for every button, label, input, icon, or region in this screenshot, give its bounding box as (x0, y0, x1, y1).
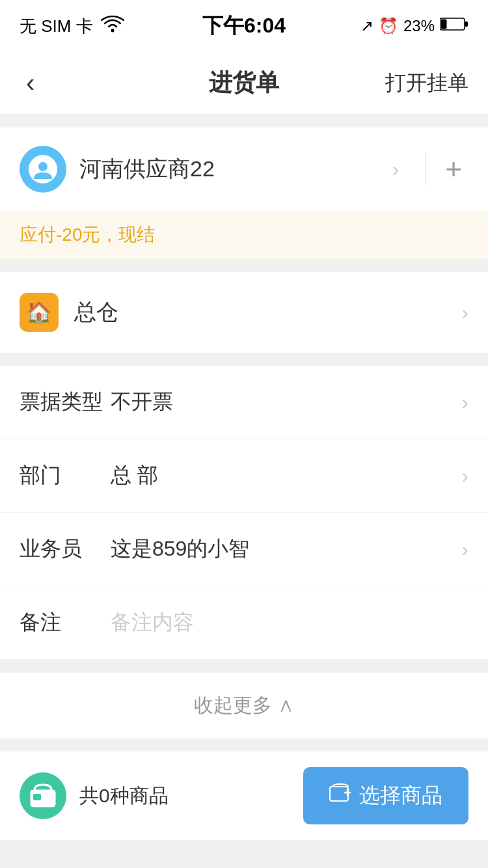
department-chevron-icon: › (461, 464, 468, 488)
salesperson-chevron-icon: › (461, 537, 468, 562)
status-time: 下午6:04 (202, 12, 286, 40)
nav-bar: ‹ 进货单 打开挂单 (0, 52, 488, 115)
top-divider (0, 115, 488, 128)
back-button[interactable]: ‹ (20, 62, 41, 104)
svg-rect-7 (330, 787, 348, 801)
page-title: 进货单 (209, 67, 279, 99)
department-key: 部门 (20, 461, 111, 490)
remark-placeholder: 备注内容 (111, 608, 468, 637)
salesperson-row[interactable]: 业务员 这是859的小智 › (0, 513, 488, 586)
wifi-icon (101, 16, 124, 37)
warehouse-icon-wrap: 🏠 (20, 293, 59, 332)
avatar-inner (29, 155, 57, 183)
department-row[interactable]: 部门 总 部 › (0, 439, 488, 513)
warehouse-chevron-icon: › (461, 301, 468, 325)
svg-point-0 (111, 29, 114, 32)
goods-count: 共0种商品 (79, 783, 303, 809)
vertical-divider (425, 153, 426, 185)
warehouse-section: 🏠 总仓 › (0, 272, 488, 353)
warehouse-label: 总仓 (74, 297, 461, 327)
collapse-label: 收起更多 ∧ (194, 692, 293, 719)
carrier-label: 无 SIM 卡 (20, 15, 93, 38)
supplier-section: 河南供应商22 › + 应付-20元，现结 (0, 128, 488, 259)
alarm-icon: ⏰ (379, 17, 398, 35)
remark-row[interactable]: 备注 备注内容 (0, 586, 488, 659)
battery-icon (440, 17, 468, 35)
ticket-type-value: 不开票 (111, 388, 461, 416)
battery-label: 23% (403, 17, 435, 35)
department-value: 总 部 (111, 461, 461, 490)
svg-rect-3 (441, 20, 447, 29)
status-left: 无 SIM 卡 (20, 15, 124, 38)
ticket-type-chevron-icon: › (461, 390, 468, 414)
location-icon: ↗ (360, 17, 373, 35)
supplier-chevron-icon: › (392, 157, 400, 182)
warehouse-icon: 🏠 (26, 300, 52, 325)
select-goods-button[interactable]: 选择商品 (303, 767, 468, 824)
open-pending-button[interactable]: 打开挂单 (385, 69, 468, 98)
add-supplier-button[interactable]: + (439, 153, 468, 185)
salesperson-key: 业务员 (20, 535, 111, 563)
salesperson-value: 这是859的小智 (111, 535, 461, 563)
svg-rect-6 (33, 794, 41, 800)
remark-key: 备注 (20, 608, 111, 637)
warehouse-row[interactable]: 🏠 总仓 › (0, 272, 488, 353)
select-goods-icon (329, 783, 351, 808)
ticket-type-key: 票据类型 (20, 388, 111, 416)
goods-icon-wrap (20, 772, 66, 819)
select-goods-label: 选择商品 (359, 781, 442, 810)
supplier-avatar (20, 146, 66, 193)
status-bar: 无 SIM 卡 下午6:04 ↗ ⏰ 23% (0, 0, 488, 52)
form-section: 票据类型 不开票 › 部门 总 部 › 业务员 这是859的小智 › 备注 备注… (0, 366, 488, 659)
svg-point-4 (38, 162, 47, 171)
notice-text: 应付-20元，现结 (20, 224, 155, 245)
status-right: ↗ ⏰ 23% (360, 17, 468, 35)
bottom-bar: 共0种商品 选择商品 (0, 752, 488, 840)
supplier-row[interactable]: 河南供应商22 › + (0, 128, 488, 211)
ticket-type-row[interactable]: 票据类型 不开票 › (0, 366, 488, 439)
supplier-name: 河南供应商22 (79, 154, 392, 184)
notice-bar: 应付-20元，现结 (0, 211, 488, 259)
collapse-row[interactable]: 收起更多 ∧ (0, 672, 488, 739)
svg-rect-2 (465, 21, 468, 27)
footer-gray (0, 840, 488, 868)
